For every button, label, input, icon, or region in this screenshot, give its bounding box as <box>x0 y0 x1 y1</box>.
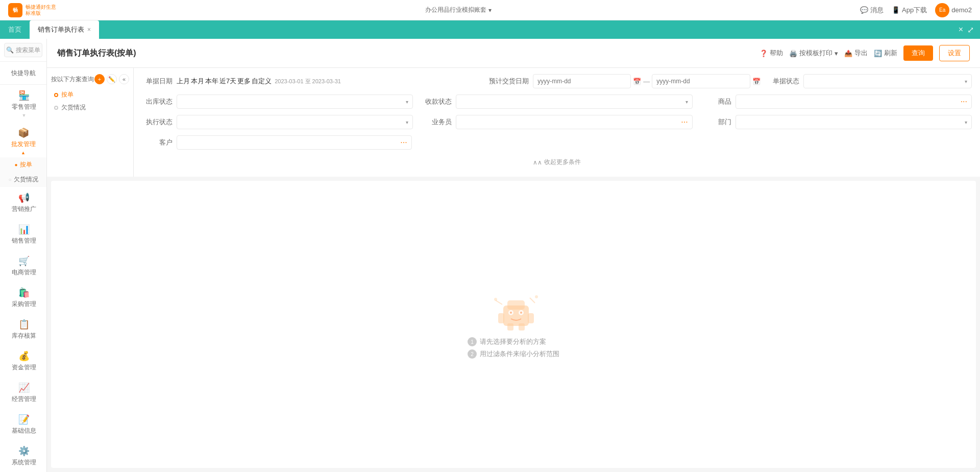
svg-line-11 <box>530 298 535 303</box>
order-status-select[interactable]: ▾ <box>803 74 972 88</box>
filter-date-field: 单据日期 上月 本月 本年 近7天 更多 自定义 2023-03-01 至 20… <box>142 77 481 86</box>
salesperson-dots[interactable]: ··· <box>681 117 688 127</box>
scheme-debt-label: 欠货情况 <box>61 103 86 112</box>
svg-rect-5 <box>507 300 525 310</box>
department-select[interactable]: ▾ <box>736 115 972 129</box>
topbar-center[interactable]: 办公用品行业模拟账套 ▾ <box>425 6 492 14</box>
date-range-display: 2023-03-01 至 2023-03-31 <box>275 78 341 85</box>
collapse-label: 收起更多条件 <box>544 158 581 167</box>
tab-close-icon[interactable]: × <box>87 26 91 33</box>
sidebar-item-marketing[interactable]: 📢 营销推广 <box>0 187 46 219</box>
scheme-item-debt[interactable]: 欠货情况 <box>51 101 129 114</box>
sidebar-item-shortcut[interactable]: 快捷导航 <box>0 65 46 81</box>
filter-goods-field: 商品 ··· <box>701 95 972 109</box>
data-area: 1 请先选择要分析的方案 2 用过滤条件来缩小分析范围 <box>51 181 976 468</box>
window-restore-icon[interactable]: ⤢ <box>967 25 974 35</box>
app-download-label: App下载 <box>902 6 927 15</box>
customer-dots[interactable]: ··· <box>400 138 407 147</box>
app-download-btn[interactable]: 📱 App下载 <box>892 6 927 15</box>
inventory-label: 库存核算 <box>12 332 36 340</box>
date-tab-this-year[interactable]: 本年 <box>205 77 218 86</box>
window-close-icon[interactable]: × <box>959 25 963 34</box>
sidebar-sub-item-debt[interactable]: ○ 欠货情况 <box>0 172 46 187</box>
finance-label: 资金管理 <box>12 363 36 372</box>
exec-label: 执行状态 <box>142 117 173 127</box>
exec-select[interactable]: ▾ <box>177 115 413 129</box>
sidebar-item-purchase[interactable]: 🛍️ 采购管理 <box>0 282 46 314</box>
template-print-btn[interactable]: 🖨️ 按模板打印 ▾ <box>789 49 838 58</box>
main-layout: 🔍 搜索菜单 快捷导航 🏪 零售管理 ▼ 📦 批发管理 ▲ ● <box>0 39 980 472</box>
export-btn[interactable]: 📤 导出 <box>844 49 868 58</box>
date-tab-last-month[interactable]: 上月 <box>177 77 190 86</box>
tab-home[interactable]: 首页 <box>0 20 30 39</box>
scheme-collapse-btn[interactable]: « <box>119 74 129 84</box>
goods-dots[interactable]: ··· <box>961 97 967 106</box>
shipment-select[interactable]: ▾ <box>177 95 413 109</box>
empty-tip-2-label: 用过滤条件来缩小分析范围 <box>480 349 559 359</box>
sidebar-item-inventory[interactable]: 📋 库存核算 <box>0 314 46 345</box>
salesperson-label: 业务员 <box>421 117 452 127</box>
expected-date-to-input[interactable] <box>652 74 750 88</box>
expected-date-from-input[interactable] <box>533 74 631 88</box>
empty-tip-2: 2 用过滤条件来缩小分析范围 <box>468 349 559 359</box>
sidebar-item-retail[interactable]: 🏪 零售管理 ▼ <box>0 85 46 123</box>
tabs-bar: 首页 销售订单执行表 × × ⤢ <box>0 20 980 39</box>
sidebar-item-operation[interactable]: 📈 经营管理 <box>0 377 46 409</box>
logo-area: 畅 畅捷通好生意 标准版 <box>8 3 56 17</box>
message-btn[interactable]: 💬 消息 <box>860 6 884 15</box>
scheme-item-order[interactable]: 按单 <box>51 88 129 101</box>
customer-select[interactable]: ··· <box>177 135 412 150</box>
help-btn[interactable]: ❓ 帮助 <box>760 49 783 58</box>
filter-row-3: 执行状态 ▾ 业务员 ··· 部门 <box>142 115 972 129</box>
department-chevron-icon: ▾ <box>965 120 967 125</box>
print-icon: 🖨️ <box>789 50 797 57</box>
help-icon: ❓ <box>760 50 768 57</box>
svg-point-8 <box>510 312 512 314</box>
collapse-btn[interactable]: ∧∧ 收起更多条件 <box>533 158 581 167</box>
sales-label: 销售管理 <box>12 237 36 245</box>
sidebar-item-sales[interactable]: 📊 销售管理 <box>0 219 46 250</box>
exec-chevron-icon: ▾ <box>406 120 408 125</box>
basic-icon: 📝 <box>18 414 30 425</box>
user-area[interactable]: Ea demo2 <box>935 3 972 17</box>
filter-area: 按以下方案查询 + ✏️ « 按单 欠货情况 <box>47 68 980 177</box>
scheme-add-btn[interactable]: + <box>94 74 105 84</box>
message-label: 消息 <box>870 6 884 15</box>
date-tab-custom[interactable]: 自定义 <box>252 77 272 86</box>
page-actions: ❓ 帮助 🖨️ 按模板打印 ▾ 📤 导出 🔄 刷新 查询 设置 <box>760 45 970 67</box>
order-label: 按单 <box>20 160 32 169</box>
collapse-up-icon: ∧∧ <box>533 159 542 166</box>
sidebar-item-system[interactable]: ⚙️ 系统管理 <box>0 440 46 472</box>
date-filter-tabs: 上月 本月 本年 近7天 更多 自定义 <box>177 77 272 86</box>
sidebar-item-wholesale[interactable]: 📦 批发管理 ▲ <box>0 123 46 157</box>
scheme-edit-btn[interactable]: ✏️ <box>107 74 117 84</box>
purchase-icon: 🛍️ <box>18 287 30 298</box>
refresh-btn[interactable]: 🔄 刷新 <box>874 49 897 58</box>
query-button[interactable]: 查询 <box>903 45 933 61</box>
nav-center-label: 办公用品行业模拟账套 <box>425 6 486 14</box>
order-dot-icon: ● <box>14 162 17 168</box>
date-tab-7days[interactable]: 近7天 <box>219 77 236 86</box>
tab-active[interactable]: 销售订单执行表 × <box>30 20 99 39</box>
operation-icon: 📈 <box>18 382 30 393</box>
message-icon: 💬 <box>860 6 868 14</box>
tabs-actions: × ⤢ <box>959 25 980 35</box>
setting-button[interactable]: 设置 <box>939 45 970 61</box>
date-tab-more[interactable]: 更多 <box>237 77 251 86</box>
filter-payment-field: 收款状态 ▾ <box>421 95 692 109</box>
sidebar-sub-item-order[interactable]: ● 按单 <box>0 157 46 172</box>
topbar-right: 💬 消息 📱 App下载 Ea demo2 <box>860 3 972 17</box>
empty-tip-1-label: 请先选择要分析的方案 <box>480 337 546 346</box>
sidebar-item-ecommerce[interactable]: 🛒 电商管理 <box>0 250 46 282</box>
payment-select[interactable]: ▾ <box>456 95 692 109</box>
debt-label: 欠货情况 <box>14 175 38 184</box>
sidebar-item-basic[interactable]: 📝 基础信息 <box>0 409 46 440</box>
scheme-debt-dot-icon <box>54 106 58 110</box>
sidebar-item-finance[interactable]: 💰 资金管理 <box>0 345 46 377</box>
date-tab-this-month[interactable]: 本月 <box>191 77 204 86</box>
empty-tips: 1 请先选择要分析的方案 2 用过滤条件来缩小分析范围 <box>468 337 559 359</box>
search-menu-btn[interactable]: 🔍 搜索菜单 <box>4 43 42 57</box>
filter-scheme-panel: 按以下方案查询 + ✏️ « 按单 欠货情况 <box>47 68 134 177</box>
salesperson-select[interactable]: ··· <box>456 115 692 129</box>
goods-select[interactable]: ··· <box>736 95 972 109</box>
